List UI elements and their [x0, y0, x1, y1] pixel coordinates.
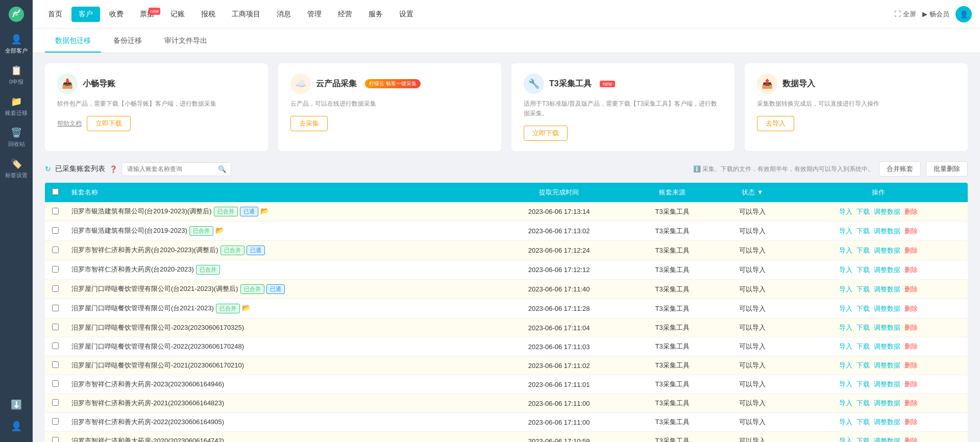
help-doc-link[interactable]: 帮助文档 [57, 119, 82, 128]
sidebar-item-recycle[interactable]: 🗑️ 回收站 [0, 122, 33, 153]
bulk-delete-button[interactable]: 批量删除 [926, 161, 968, 177]
op-删除[interactable]: 删除 [904, 305, 918, 312]
op-删除[interactable]: 删除 [904, 399, 918, 407]
nav-service[interactable]: 服务 [361, 7, 390, 22]
tab-backup-migration[interactable]: 备份迁移 [103, 30, 152, 53]
op-下载[interactable]: 下载 [856, 342, 870, 350]
row-checkbox[interactable] [52, 342, 59, 349]
op-下载[interactable]: 下载 [856, 208, 870, 215]
sidebar-item-user[interactable]: 👤 [0, 415, 33, 437]
row-checkbox[interactable] [52, 266, 59, 273]
sidebar-item-tag-settings[interactable]: 🏷️ 标签设置 [0, 153, 33, 184]
op-调整数据[interactable]: 调整数据 [874, 208, 900, 215]
tab-audit-export[interactable]: 审计文件导出 [154, 30, 217, 53]
nav-tax[interactable]: 报税 [194, 7, 223, 22]
nav-fee[interactable]: 收费 [102, 7, 131, 22]
row-checkbox[interactable] [52, 324, 59, 330]
op-调整数据[interactable]: 调整数据 [874, 399, 900, 407]
op-调整数据[interactable]: 调整数据 [874, 324, 900, 331]
op-下载[interactable]: 下载 [856, 361, 870, 369]
op-导入[interactable]: 导入 [839, 380, 852, 388]
op-导入[interactable]: 导入 [839, 285, 852, 293]
op-调整数据[interactable]: 调整数据 [874, 285, 900, 293]
op-删除[interactable]: 删除 [904, 247, 918, 254]
op-删除[interactable]: 删除 [904, 227, 918, 235]
row-checkbox[interactable] [52, 208, 59, 214]
nav-client[interactable]: 客户 [71, 7, 100, 22]
op-调整数据[interactable]: 调整数据 [874, 247, 900, 254]
op-下载[interactable]: 下载 [856, 247, 870, 254]
op-下载[interactable]: 下载 [856, 399, 870, 407]
op-导入[interactable]: 导入 [839, 399, 852, 407]
op-删除[interactable]: 删除 [904, 324, 918, 331]
op-导入[interactable]: 导入 [839, 305, 852, 312]
op-删除[interactable]: 删除 [904, 437, 918, 442]
op-调整数据[interactable]: 调整数据 [874, 305, 900, 312]
op-删除[interactable]: 删除 [904, 266, 918, 274]
row-checkbox[interactable] [52, 305, 59, 311]
nav-operation[interactable]: 经营 [331, 7, 359, 22]
row-checkbox[interactable] [52, 418, 59, 425]
fullscreen-button[interactable]: ⛶ 全屏 [894, 10, 916, 19]
row-checkbox[interactable] [52, 437, 59, 442]
search-input[interactable] [122, 163, 214, 175]
op-调整数据[interactable]: 调整数据 [874, 380, 900, 388]
row-checkbox[interactable] [52, 380, 59, 387]
op-下载[interactable]: 下载 [856, 324, 870, 331]
op-删除[interactable]: 删除 [904, 285, 918, 293]
op-导入[interactable]: 导入 [839, 418, 852, 426]
op-导入[interactable]: 导入 [839, 437, 852, 442]
row-checkbox[interactable] [52, 227, 59, 234]
sidebar-item-download[interactable]: ⬇️ [0, 394, 33, 415]
op-导入[interactable]: 导入 [839, 266, 852, 274]
op-下载[interactable]: 下载 [856, 305, 870, 312]
op-导入[interactable]: 导入 [839, 227, 852, 235]
op-导入[interactable]: 导入 [839, 208, 852, 215]
op-导入[interactable]: 导入 [839, 247, 852, 254]
op-下载[interactable]: 下载 [856, 418, 870, 426]
nav-manage[interactable]: 管理 [300, 7, 329, 22]
collect-button-cloud[interactable]: 去采集 [290, 116, 328, 131]
vip-button[interactable]: ▶ 畅会员 [922, 10, 949, 19]
question-icon[interactable]: ❓ [109, 165, 117, 173]
row-checkbox[interactable] [52, 361, 59, 368]
row-checkbox[interactable] [52, 399, 59, 406]
op-下载[interactable]: 下载 [856, 437, 870, 442]
merge-button[interactable]: 合并账套 [879, 161, 921, 177]
col-status[interactable]: 状态 ▼ [716, 183, 789, 202]
tab-data-migration[interactable]: 数据包迁移 [45, 30, 101, 53]
sidebar-item-account-migrate[interactable]: 📁 账套迁移 [0, 91, 33, 122]
op-删除[interactable]: 删除 [904, 380, 918, 388]
op-调整数据[interactable]: 调整数据 [874, 437, 900, 442]
op-调整数据[interactable]: 调整数据 [874, 418, 900, 426]
op-调整数据[interactable]: 调整数据 [874, 266, 900, 274]
op-调整数据[interactable]: 调整数据 [874, 342, 900, 350]
op-下载[interactable]: 下载 [856, 266, 870, 274]
row-checkbox[interactable] [52, 247, 59, 253]
op-导入[interactable]: 导入 [839, 342, 852, 350]
nav-accounting[interactable]: 记账 [163, 7, 192, 22]
user-avatar[interactable]: 👤 [955, 6, 972, 22]
sidebar-item-zero-report[interactable]: 📋 0申报 [0, 60, 33, 91]
op-删除[interactable]: 删除 [904, 361, 918, 369]
op-导入[interactable]: 导入 [839, 324, 852, 331]
op-删除[interactable]: 删除 [904, 418, 918, 426]
op-下载[interactable]: 下载 [856, 285, 870, 293]
op-下载[interactable]: 下载 [856, 380, 870, 388]
nav-settings[interactable]: 设置 [392, 7, 421, 22]
import-button[interactable]: 去导入 [757, 116, 794, 131]
download-button-t3[interactable]: 立即下载 [524, 126, 568, 141]
op-调整数据[interactable]: 调整数据 [874, 361, 900, 369]
refresh-icon[interactable]: ↻ [45, 165, 51, 173]
op-删除[interactable]: 删除 [904, 208, 918, 215]
download-button-xiaochangdaozhang[interactable]: 立即下载 [87, 116, 131, 131]
sidebar-item-all-clients[interactable]: 👤 全部客户 [0, 29, 33, 60]
row-checkbox[interactable] [52, 285, 59, 292]
select-all-checkbox[interactable] [52, 188, 59, 195]
op-调整数据[interactable]: 调整数据 [874, 227, 900, 235]
op-导入[interactable]: 导入 [839, 361, 852, 369]
op-下载[interactable]: 下载 [856, 227, 870, 235]
search-button[interactable]: 🔍 [214, 163, 231, 176]
op-删除[interactable]: 删除 [904, 342, 918, 350]
nav-invoice[interactable]: 票据 new [133, 7, 161, 22]
